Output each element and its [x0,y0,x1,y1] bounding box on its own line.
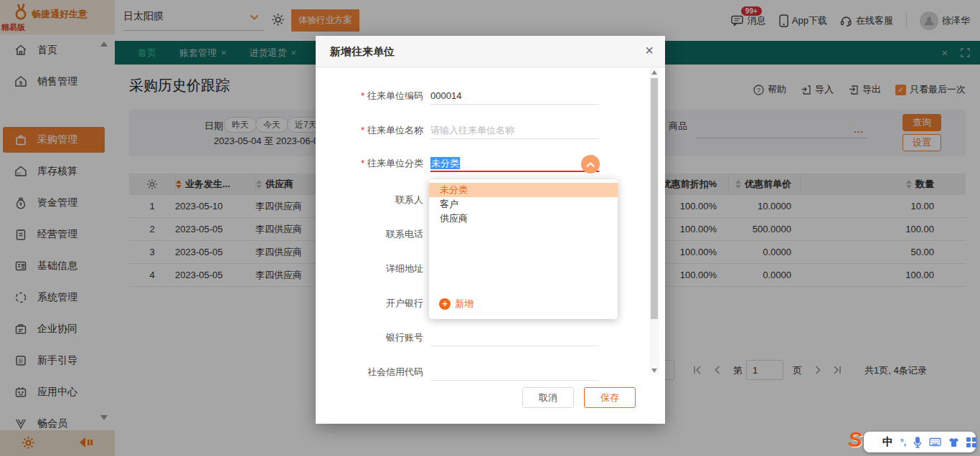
input-placeholder: 请输入往来单位名称 [430,125,514,136]
app: 畅捷通好生意 精易版 日太阳膜 体验行业方案 消息 99+ App下载 [0,0,980,456]
scroll-down-icon[interactable] [651,369,657,373]
save-button[interactable]: 保存 [584,387,636,408]
dropdown-add-button[interactable]: + 新增 [439,298,473,310]
modal-scrollbar[interactable] [649,68,659,375]
partner-category-input[interactable]: 未分类 [430,155,599,172]
field-credit-code: 社会信用代码 [316,364,665,381]
category-collapse-button[interactable] [581,155,600,174]
modal-close-icon[interactable]: × [645,42,654,59]
partner-code-input[interactable]: 000014 [430,87,599,105]
required-marker: * [361,158,364,168]
cancel-button[interactable]: 取消 [522,387,574,408]
partner-name-input[interactable]: 请输入往来单位名称 [430,122,599,139]
sogou-logo-icon[interactable]: S [848,427,862,452]
bank-account-input[interactable] [430,329,599,346]
microphone-icon[interactable] [913,437,922,448]
required-marker: * [361,125,364,136]
dropdown-option-uncategorized[interactable]: 未分类 [429,183,618,197]
ime-menu-grid-icon[interactable] [966,437,976,447]
modal-header: 新增往来单位 × [316,36,665,67]
selected-text: 未分类 [430,157,460,169]
field-partner-category: *往来单位分类 未分类 [316,155,665,172]
modal-title: 新增往来单位 [330,45,395,59]
field-partner-code: *往来单位编码 000014 [316,87,665,105]
dropdown-option-supplier[interactable]: 供应商 [429,212,618,226]
credit-code-input[interactable] [430,364,599,381]
category-dropdown: 未分类 客户 供应商 + 新增 [429,179,618,319]
keyboard-icon[interactable] [929,437,941,447]
ime-punctuation-icon[interactable]: °, [900,437,906,447]
skin-shirt-icon[interactable] [948,437,959,447]
scroll-up-icon[interactable] [651,70,657,75]
add-partner-modal: 新增往来单位 × *往来单位编码 000014 *往来单位名称 请输入往来单位名… [316,36,665,424]
field-partner-name: *往来单位名称 请输入往来单位名称 [316,122,665,139]
plus-icon: + [439,298,451,310]
ime-toolbar: S 中 °, [864,432,976,452]
dropdown-option-customer[interactable]: 客户 [429,197,618,212]
field-bank-account: 银行账号 [316,329,665,346]
ime-language-toggle[interactable]: 中 [882,435,893,449]
required-marker: * [361,90,364,101]
scrollbar-thumb[interactable] [651,78,658,319]
